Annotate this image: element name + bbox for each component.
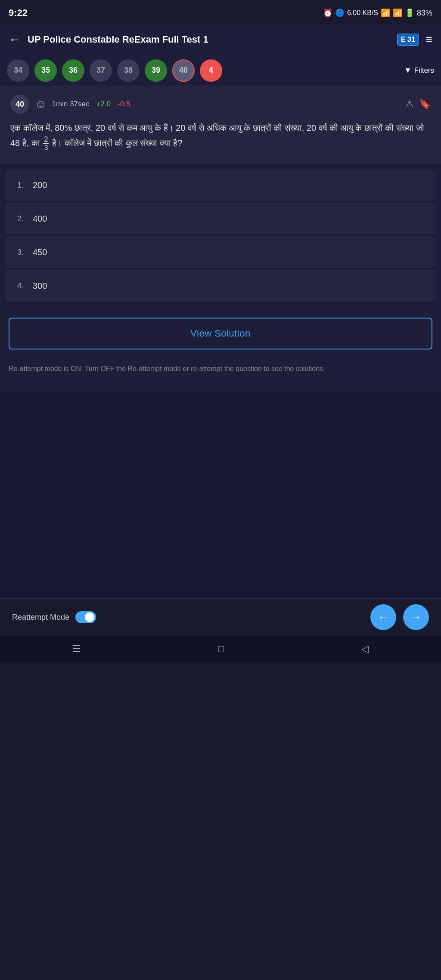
android-nav-bar: ☰ □ ◁ — [0, 636, 441, 662]
face-icon: ☺ — [34, 97, 47, 111]
question-meta: 40 ☺ 1min 37sec +2.0 -0.5 ⚠ 🔖 — [10, 95, 431, 114]
option-4-value: 300 — [33, 281, 47, 291]
next-button[interactable]: → — [403, 604, 429, 630]
option-1-value: 200 — [33, 180, 47, 190]
option-2-num: 2. — [17, 214, 33, 223]
q-bubble-4[interactable]: 4 — [200, 59, 222, 82]
speed-icon: 6.00 KB/S — [347, 9, 378, 17]
status-right: ⏰ 🔵 6.00 KB/S 📶 📶 🔋 83% — [323, 8, 432, 18]
fraction-denominator: 3 — [43, 144, 49, 152]
wifi-icon: 📶 — [381, 8, 390, 18]
android-back-btn[interactable]: ◁ — [361, 643, 369, 655]
android-home-btn[interactable]: □ — [218, 643, 224, 655]
view-solution-area: View Solution — [0, 307, 441, 356]
q-bubble-34[interactable]: 34 — [7, 59, 29, 82]
question-text: एक कॉलेज में, 80% छात्र, 20 वर्ष से कम आ… — [10, 121, 431, 152]
bluetooth-icon: 🔵 — [335, 8, 345, 18]
back-button[interactable]: ← — [9, 33, 21, 46]
filters-label: Filters — [414, 66, 434, 75]
fraction-numerator: 2 — [43, 135, 49, 144]
option-4[interactable]: 4. 300 — [5, 270, 436, 301]
view-solution-button[interactable]: View Solution — [9, 318, 432, 349]
content-spacer — [0, 392, 441, 598]
option-3[interactable]: 3. 450 — [5, 237, 436, 268]
score-negative: -0.5 — [118, 100, 130, 108]
battery-icon: 🔋 — [405, 8, 414, 18]
question-time: 1min 37sec — [52, 100, 90, 108]
q-bubble-37[interactable]: 37 — [90, 59, 112, 82]
alert-icon[interactable]: ⚠ — [405, 99, 414, 110]
reattempt-toggle[interactable] — [75, 611, 96, 623]
options-area: 1. 200 2. 400 3. 450 4. 300 — [0, 164, 441, 307]
android-menu-btn[interactable]: ☰ — [72, 643, 81, 655]
question-number-badge: 40 — [10, 95, 29, 114]
option-3-value: 450 — [33, 247, 47, 257]
header: ← UP Police Constable ReExam Full Test 1… — [0, 24, 441, 55]
option-1[interactable]: 1. 200 — [5, 170, 436, 201]
question-text-part2: है। कॉलेज में छात्रों की कुल संख्या क्या… — [52, 138, 183, 148]
menu-icon[interactable]: ≡ — [426, 33, 432, 46]
bookmark-icon[interactable]: 🔖 — [419, 99, 431, 110]
signal-icon: 📶 — [393, 8, 402, 18]
prev-button[interactable]: ← — [370, 604, 396, 630]
q-bubble-39[interactable]: 39 — [145, 59, 167, 82]
option-1-num: 1. — [17, 181, 33, 190]
option-2[interactable]: 2. 400 — [5, 203, 436, 234]
filter-icon: ▼ — [404, 66, 412, 75]
filters-button[interactable]: ▼ Filters — [404, 66, 434, 75]
reattempt-info-text: Re-attempt mode is ON. Turn OFF the Re-a… — [9, 363, 432, 374]
header-title: UP Police Constable ReExam Full Test 1 — [28, 34, 397, 45]
q-bubble-38[interactable]: 38 — [117, 59, 140, 82]
edu-badge: E 31 — [397, 34, 419, 46]
question-area: 40 ☺ 1min 37sec +2.0 -0.5 ⚠ 🔖 एक कॉलेज म… — [0, 86, 441, 164]
question-nav: 34 35 36 37 38 39 40 4 ▼ Filters — [0, 55, 441, 86]
status-time: 9:22 — [9, 7, 28, 19]
bottom-bar: Reattempt Mode ← → — [0, 598, 441, 636]
fraction-display: 2 3 — [43, 135, 49, 152]
header-icons: E 31 ≡ — [397, 33, 432, 46]
option-2-value: 400 — [33, 214, 47, 224]
reattempt-label: Reattempt Mode — [12, 613, 69, 622]
battery-percent: 83% — [417, 9, 432, 18]
alarm-icon: ⏰ — [323, 8, 332, 18]
q-bubble-36[interactable]: 36 — [62, 59, 84, 82]
score-positive: +2.0 — [96, 100, 111, 108]
info-area: Re-attempt mode is ON. Turn OFF the Re-a… — [0, 356, 441, 392]
option-4-num: 4. — [17, 281, 33, 291]
q-bubble-40[interactable]: 40 — [172, 59, 195, 82]
q-bubble-35[interactable]: 35 — [34, 59, 57, 82]
option-3-num: 3. — [17, 248, 33, 257]
status-bar: 9:22 ⏰ 🔵 6.00 KB/S 📶 📶 🔋 83% — [0, 0, 441, 24]
